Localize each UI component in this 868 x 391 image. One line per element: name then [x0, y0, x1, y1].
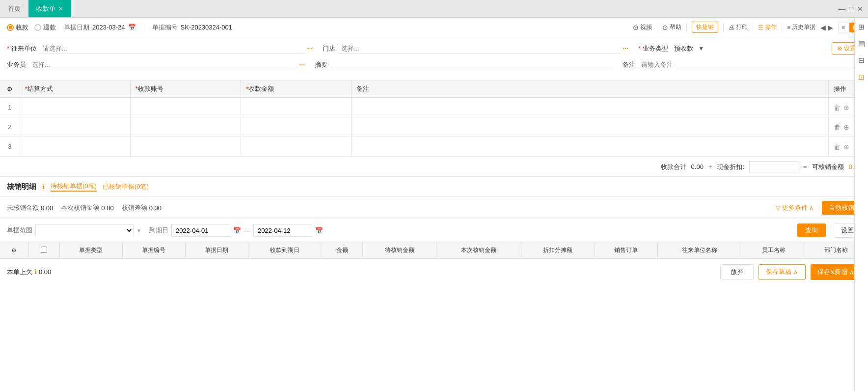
cell-note[interactable] — [351, 117, 828, 137]
note-input[interactable] — [638, 59, 861, 70]
abandon-btn[interactable]: 放弃 — [720, 264, 754, 280]
store-input[interactable] — [338, 43, 621, 54]
ops-icon: ☰ — [758, 24, 763, 31]
discount-input[interactable] — [749, 161, 798, 172]
delete-icon[interactable]: 🗑 — [834, 143, 841, 151]
core-header: 核销明细 ℹ 待核销单据(0笔) 已核销单据(0笔) — [0, 177, 868, 197]
cell-settle-method[interactable] — [20, 98, 130, 117]
range-field: 单据范围 ▼ — [7, 224, 141, 237]
copy-icon[interactable]: ⊕ — [843, 143, 849, 151]
cell-amount[interactable] — [241, 98, 351, 117]
eq-sign: = — [803, 163, 807, 170]
calendar-icon[interactable]: 📅 — [128, 24, 136, 31]
query-btn[interactable]: 查询 — [797, 223, 826, 237]
detail-info-icon[interactable]: ℹ — [42, 183, 45, 191]
attach-sidebar-icon[interactable]: ⊟ — [858, 56, 865, 65]
section-title: 核销明细 — [7, 182, 36, 192]
radio-refund[interactable]: 退款 — [34, 23, 56, 32]
top-toolbar: 收款 退款 单据日期 2023-03-24 📅 单据编号 SK-20230324… — [0, 18, 868, 37]
settings-icon: ⚙ — [837, 45, 842, 52]
cell-note[interactable] — [351, 137, 828, 157]
cell-account[interactable] — [130, 98, 241, 117]
detail-col-金额: 金额 — [322, 242, 362, 259]
table-settings-col[interactable]: ⚙ — [0, 81, 20, 98]
draft-arrow-icon: ∧ — [793, 268, 798, 276]
maximize-btn[interactable]: □ — [849, 5, 853, 13]
help-btn[interactable]: ⊙ 帮助 — [662, 23, 681, 31]
ops-btn[interactable]: ☰ 操作 — [758, 23, 777, 31]
form-row-1: 往来单位 ··· 门店 ··· 业务类型 预收款 ▼ ⚙ 设置 — [7, 42, 861, 55]
copy-icon[interactable]: ⊕ — [843, 104, 849, 112]
close-btn[interactable]: ✕ — [857, 5, 863, 13]
detail-col-待核销金额: 待核销金额 — [363, 242, 436, 259]
select-all-checkbox[interactable] — [41, 247, 47, 253]
date-from-input[interactable] — [171, 224, 230, 237]
summary-input[interactable] — [330, 59, 613, 70]
cell-settle-method[interactable] — [20, 137, 130, 157]
radio-receipt-label: 收款 — [16, 23, 28, 32]
date-to-icon[interactable]: 📅 — [315, 227, 323, 234]
prev-arrow[interactable]: ◀ — [820, 24, 826, 31]
radio-refund-label: 退款 — [43, 23, 56, 32]
detail-col-单据编号: 单据编号 — [122, 242, 185, 259]
cell-settle-method[interactable] — [20, 117, 130, 137]
more-conditions-btn[interactable]: ▽ 更多条件 ∧ — [776, 203, 814, 212]
cell-account[interactable] — [130, 137, 241, 157]
due-date-range: 到期日 📅 — 📅 — [149, 224, 323, 237]
expand-sidebar-icon[interactable]: ⊡ — [858, 73, 865, 82]
save-btn[interactable]: 保存&新增 ∧ — [811, 264, 861, 280]
info-icon[interactable]: ℹ — [34, 268, 37, 276]
detail-col-折扣分摊额: 折扣分摊额 — [521, 242, 595, 259]
form-area: 往来单位 ··· 门店 ··· 业务类型 预收款 ▼ ⚙ 设置 — [0, 37, 868, 81]
range-select[interactable] — [35, 224, 134, 237]
minimize-btn[interactable]: — — [839, 5, 845, 13]
partner-input[interactable] — [40, 43, 305, 54]
list-sidebar-icon[interactable]: ▤ — [858, 39, 865, 48]
store-more-icon[interactable]: ··· — [623, 45, 628, 53]
print-btn[interactable]: 🖨 打印 — [729, 23, 748, 31]
unverified-value: 0.00 — [41, 204, 53, 212]
radio-receipt[interactable]: 收款 — [7, 23, 28, 32]
tab-receipt[interactable]: 收款单 ✕ — [28, 0, 71, 17]
date-to-input[interactable] — [253, 224, 312, 237]
date-from-icon[interactable]: 📅 — [233, 227, 241, 234]
partner-field: 往来单位 ··· — [7, 43, 313, 54]
range-label: 单据范围 — [7, 226, 32, 235]
draft-btn[interactable]: 保存草稿 ∧ — [759, 264, 806, 280]
delete-icon[interactable]: 🗑 — [834, 104, 841, 112]
next-arrow[interactable]: ▶ — [828, 24, 833, 31]
print-icon: 🖨 — [729, 24, 734, 31]
bottom-bar: 本单上欠 ℹ 0.00 放弃 保存草稿 ∧ 保存&新增 ∧ — [0, 259, 868, 285]
delete-icon[interactable]: 🗑 — [834, 123, 841, 131]
table-row: 1 🗑 ⊕ — [0, 98, 868, 117]
partner-more-icon[interactable]: ··· — [307, 45, 313, 53]
table-sidebar-icon[interactable]: ⊞ — [858, 23, 865, 31]
tab-close-icon[interactable]: ✕ — [58, 5, 63, 12]
cell-account[interactable] — [130, 117, 241, 137]
detail-gear-col[interactable]: ⚙ — [0, 242, 28, 259]
current-field: 本次核销金额 0.00 — [61, 203, 113, 212]
video-btn[interactable]: ⊙ 视频 — [633, 23, 652, 31]
store-label: 门店 — [323, 44, 338, 53]
history-btn[interactable]: ≡ 历史单据 — [787, 23, 815, 31]
detail-check-col[interactable] — [28, 242, 59, 259]
tab-home[interactable]: 首页 — [0, 0, 28, 17]
shortcut-btn[interactable]: 快捷键 — [692, 22, 718, 33]
divider-3 — [686, 23, 687, 32]
tab-pending[interactable]: 待核销单据(0笔) — [51, 182, 97, 192]
cell-amount[interactable] — [241, 137, 351, 157]
business-dropdown-icon[interactable]: ▼ — [698, 45, 705, 52]
list-view-btn[interactable]: ≡ — [838, 23, 848, 32]
summary-field: 摘要 — [315, 59, 613, 70]
right-sidebar: ⊞ ▤ ⊟ ⊡ — [854, 18, 868, 391]
summary-row: 收款合计 0.00 + 现金折扣: = 可核销金额 0.00 — [0, 157, 868, 177]
cell-amount[interactable] — [241, 117, 351, 137]
salesperson-input[interactable] — [29, 59, 297, 70]
order-no-value: SK-20230324-001 — [181, 24, 233, 31]
cell-note[interactable] — [351, 98, 828, 117]
tab-done[interactable]: 已核销单据(0笔) — [103, 182, 149, 191]
save-arrow-icon: ∧ — [849, 268, 854, 276]
salesperson-more-icon[interactable]: ··· — [299, 61, 305, 69]
plus-sign: + — [708, 163, 712, 170]
copy-icon[interactable]: ⊕ — [843, 123, 849, 131]
